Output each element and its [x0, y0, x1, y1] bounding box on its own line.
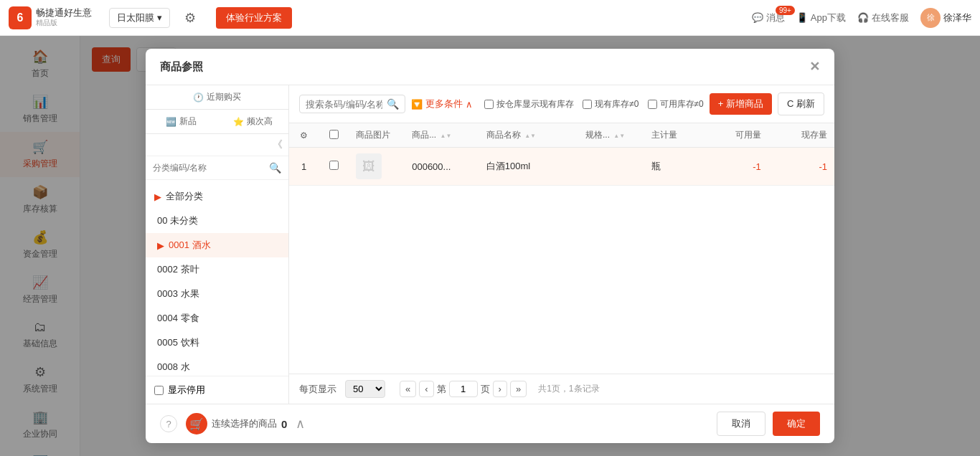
category-0003-label: 0003 水果	[157, 288, 199, 300]
table-row[interactable]: 1 🖼 000600... 白酒100ml 瓶	[289, 148, 834, 186]
col-header-spec[interactable]: 规格... ▲▼	[578, 123, 644, 148]
add-product-button[interactable]: + 新增商品	[710, 93, 772, 115]
footer-actions: 取消 确定	[717, 412, 820, 436]
category-00-label: 00 未分类	[157, 214, 198, 227]
row-stock: -1	[768, 148, 834, 186]
category-item-0001[interactable]: ▶ 0001 酒水	[146, 233, 288, 257]
category-item-00[interactable]: 00 未分类	[146, 209, 288, 233]
quick-tabs: 🕐 近期购买	[146, 85, 288, 110]
refresh-button[interactable]: C 刷新	[778, 92, 824, 115]
col-header-unit[interactable]: 主计量	[644, 123, 702, 148]
product-table-wrap: ⚙ 商品图片 商品... ▲▼ 商品名称	[289, 123, 834, 374]
page-summary: 共1页，1条记录	[538, 383, 599, 395]
left-panel: 🕐 近期购买 🆕 新品 ⭐ 频次高	[146, 85, 289, 404]
category-item-0002[interactable]: 0002 茶叶	[146, 257, 288, 282]
selected-count: 0	[281, 418, 287, 430]
row-checkbox-cell[interactable]	[319, 148, 348, 186]
modal-footer: ? 🛒 连续选择的商品 0 ∧ 取消 确定	[146, 404, 834, 443]
row-checkbox[interactable]	[329, 161, 339, 170]
by-warehouse-label: 按仓库显示现有库存	[496, 98, 574, 110]
filter-chevron-icon: ∧	[466, 99, 473, 110]
category-item-0004[interactable]: 0004 零食	[146, 306, 288, 331]
help-button[interactable]: ?	[160, 415, 177, 432]
stock-nonzero-checkbox[interactable]	[583, 100, 592, 109]
tab-freq-label: 频次高	[247, 115, 273, 128]
service-label: 在线客服	[872, 11, 909, 24]
logo-icon: 6	[9, 6, 32, 29]
trial-button[interactable]: 体验行业方案	[216, 7, 292, 29]
store-selector[interactable]: 日太阳膜 ▾	[109, 8, 170, 28]
cancel-button[interactable]: 取消	[717, 412, 765, 436]
col-header-gear[interactable]: ⚙	[289, 123, 319, 148]
select-all-checkbox[interactable]	[329, 130, 339, 139]
collapse-button[interactable]: 《	[146, 134, 288, 156]
online-service-button[interactable]: 🎧 在线客服	[857, 11, 909, 24]
col-header-stock[interactable]: 现存量	[768, 123, 834, 148]
modal-close-button[interactable]: ✕	[809, 59, 820, 75]
cart-icon: 🛒	[186, 413, 207, 434]
settings-button[interactable]: ⚙	[179, 6, 202, 29]
product-search-icon[interactable]: 🔍	[387, 98, 399, 110]
user-menu[interactable]: 徐 徐泽华	[920, 8, 971, 28]
col-header-avail[interactable]: 可用量	[702, 123, 768, 148]
last-page-button[interactable]: »	[510, 381, 527, 397]
navbar: 6 畅捷通好生意 精品版 日太阳膜 ▾ ⚙ 体验行业方案 💬 消息 99+ 📱 …	[0, 0, 980, 36]
tab-recent[interactable]: 🕐 近期购买	[146, 85, 288, 109]
avail-nonzero-checkbox[interactable]	[648, 100, 657, 109]
page-number-input[interactable]	[449, 381, 478, 397]
checkbox-avail-nonzero[interactable]: 可用库存≠0	[648, 98, 704, 110]
col-stock-label: 现存量	[801, 130, 827, 140]
filter-checkboxes: 按仓库显示现有库存 现有库存≠0 可用库存≠0	[484, 98, 704, 110]
collapse-icon: 《	[273, 138, 283, 151]
more-conditions-label: 更多条件	[425, 98, 463, 110]
new-icon: 🆕	[166, 117, 176, 127]
add-product-label: + 新增商品	[718, 98, 763, 110]
row-unit: 瓶	[644, 148, 702, 186]
col-header-code[interactable]: 商品... ▲▼	[405, 123, 479, 148]
tab-freq[interactable]: ⭐ 频次高	[217, 110, 289, 133]
product-search-input[interactable]	[306, 99, 382, 110]
page-size-select[interactable]: 50 10 20 100	[345, 380, 385, 398]
checkbox-stock-nonzero[interactable]: 现有库存≠0	[583, 98, 639, 110]
app-download-button[interactable]: 📱 App下载	[796, 11, 846, 24]
next-page-button[interactable]: ›	[493, 381, 507, 397]
tab-recent-label: 近期购买	[207, 91, 241, 103]
sort-spec-icon: ▲▼	[613, 133, 625, 139]
category-0005-label: 0005 饮料	[157, 336, 199, 349]
pagination-bar: 每页显示 50 10 20 100 « ‹ 第	[289, 374, 834, 404]
category-search-bar: 🔍	[146, 156, 288, 180]
message-button[interactable]: 💬 消息 99+	[752, 11, 785, 24]
row-num: 1	[289, 148, 319, 186]
tab-new[interactable]: 🆕 新品	[146, 110, 217, 133]
by-warehouse-checkbox[interactable]	[484, 100, 494, 109]
product-search-wrap: 🔍	[299, 95, 405, 113]
logo-sub: 精品版	[36, 18, 92, 28]
content-area: 查询 设置 商品参照 ✕ 🕐	[80, 36, 980, 456]
prev-page-button[interactable]: ‹	[419, 381, 433, 397]
col-header-check[interactable]	[319, 123, 348, 148]
checkbox-by-warehouse[interactable]: 按仓库显示现有库存	[484, 98, 574, 110]
category-item-all[interactable]: ▶ 全部分类	[146, 184, 288, 209]
col-avail-label: 可用量	[735, 130, 761, 140]
category-search-icon[interactable]: 🔍	[269, 162, 281, 174]
first-page-button[interactable]: «	[400, 381, 416, 397]
col-header-name[interactable]: 商品名称 ▲▼	[479, 123, 578, 148]
more-conditions-button[interactable]: 🔽 更多条件 ∧	[411, 98, 473, 110]
category-0002-label: 0002 茶叶	[157, 263, 199, 276]
category-search-input[interactable]	[153, 163, 265, 173]
category-item-0005[interactable]: 0005 饮料	[146, 331, 288, 355]
category-item-0008[interactable]: 0008 水	[146, 355, 288, 376]
show-disabled-checkbox[interactable]	[154, 386, 164, 395]
row-name: 白酒100ml	[479, 148, 578, 186]
filter-bar: 🔍 🔽 更多条件 ∧ 按仓库显示现有库存	[289, 85, 834, 123]
row-spec	[578, 148, 644, 186]
col-name-label: 商品名称	[486, 130, 521, 140]
all-category-label: 全部分类	[166, 190, 203, 203]
right-panel: 🔍 🔽 更多条件 ∧ 按仓库显示现有库存	[289, 85, 834, 404]
category-item-0003[interactable]: 0003 水果	[146, 282, 288, 306]
confirm-button[interactable]: 确定	[773, 412, 820, 436]
logo: 6 畅捷通好生意 精品版	[9, 6, 92, 29]
message-icon: 💬	[752, 12, 763, 23]
footer-collapse-button[interactable]: ∧	[296, 416, 305, 432]
row-img: 🖼	[349, 148, 405, 186]
